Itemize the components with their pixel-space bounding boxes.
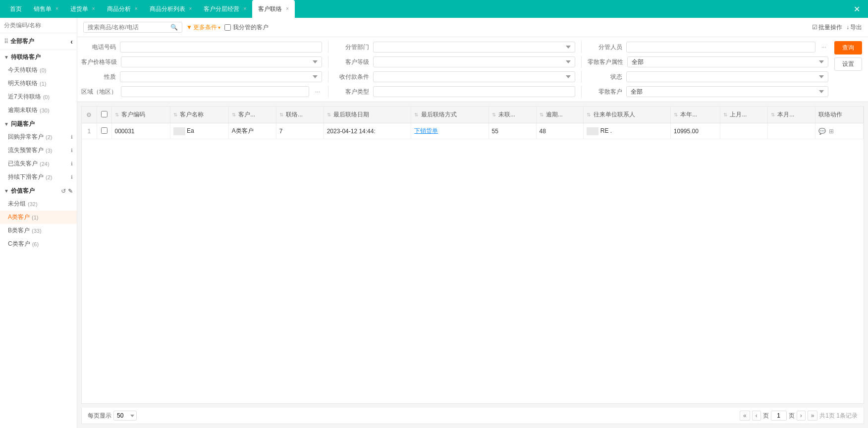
- chevron-down-icon: ▾: [218, 25, 220, 30]
- sidebar-item-today[interactable]: 今天待联络 (0): [0, 63, 77, 77]
- filter-manager: 分管人员 ···: [588, 42, 828, 53]
- value-section-edit[interactable]: ✎: [68, 188, 73, 195]
- main-search-input[interactable]: [88, 24, 168, 31]
- col-last-date-sort-icon: ⇅: [327, 112, 331, 117]
- region-input[interactable]: [121, 86, 309, 97]
- customer-type-input[interactable]: [373, 86, 575, 97]
- nav-tab-analysis-list[interactable]: 商品分析列表 ×: [144, 0, 198, 18]
- pending-toggle-icon: ▼: [4, 54, 9, 60]
- scatter-attr-select[interactable]: 全部: [627, 56, 828, 67]
- search-box: 🔍: [83, 22, 182, 33]
- my-customers-check[interactable]: [224, 24, 231, 31]
- collapse-sidebar-button[interactable]: ‹: [70, 38, 73, 46]
- chat-icon[interactable]: 💬: [818, 128, 826, 135]
- more-filters-button[interactable]: ▼ 更多条件 ▾: [186, 23, 220, 32]
- nav-tab-customer-tier[interactable]: 客户分层经营 ×: [198, 0, 252, 18]
- problem-toggle-icon: ▼: [4, 121, 9, 127]
- sidebar-item-unclassified[interactable]: 未分组 (32): [0, 197, 77, 211]
- sidebar-item-7days[interactable]: 近7天待联络 (0): [0, 90, 77, 104]
- customer-table-container: ⚙ ⇅ 客户编码 ⇅ 客户名称: [81, 106, 864, 404]
- settings-button[interactable]: 设置: [834, 57, 862, 71]
- nav-tab-purchase[interactable]: 进货单 ×: [64, 0, 101, 18]
- row-checkbox[interactable]: [101, 127, 108, 134]
- close-sales-tab[interactable]: ×: [55, 0, 58, 18]
- sidebar-section-pending[interactable]: ▼ 待联络客户: [0, 50, 77, 63]
- row-actions: 💬 ⊞: [815, 123, 863, 139]
- export-button[interactable]: ↓ 导出: [846, 23, 862, 32]
- sidebar-item-b-class[interactable]: B类客户 (33): [0, 224, 77, 237]
- app-root: 首页 销售单 × 进货单 × 商品分析 × 商品分析列表 × 客户分层经营 × …: [0, 0, 868, 428]
- sidebar-search-input[interactable]: [4, 22, 77, 29]
- region-dots[interactable]: ···: [313, 88, 322, 95]
- batch-op-button[interactable]: ☑ 批量操作: [812, 23, 842, 32]
- row-not-contacted: 55: [488, 123, 536, 139]
- sidebar-item-a-class[interactable]: A类客户 (1): [0, 211, 77, 224]
- pending-section-label: 待联络客户: [11, 53, 41, 61]
- sidebar-item-tomorrow[interactable]: 明天待联络 (1): [0, 77, 77, 90]
- nature-label: 性质: [81, 73, 116, 81]
- filter-customer-type: 客户类型: [334, 86, 575, 97]
- col-not-contacted: ⇅ 未联...: [488, 107, 536, 123]
- sidebar-item-declining[interactable]: 持续下滑客户 (2) ℹ: [0, 170, 77, 184]
- col-this-month-sort-icon: ⇅: [771, 112, 775, 117]
- my-customers-checkbox[interactable]: 我分管的客户: [224, 23, 269, 32]
- nav-tab-customer-contact[interactable]: 客户联络 ×: [252, 0, 295, 18]
- col-settings[interactable]: ⚙: [82, 107, 97, 123]
- close-analysis-list-tab[interactable]: ×: [189, 0, 192, 18]
- sidebar-item-churn-warning[interactable]: 流失预警客户 (3) ℹ: [0, 144, 77, 157]
- price-level-select[interactable]: [121, 56, 322, 67]
- row-checkbox-cell[interactable]: [97, 123, 111, 139]
- sidebar-item-abnormal[interactable]: 回购异常客户 (2) ℹ: [0, 130, 77, 144]
- scatter-customer-select[interactable]: 全部: [626, 86, 828, 97]
- settings-icon[interactable]: ⚙: [86, 111, 92, 118]
- first-page-button[interactable]: «: [740, 411, 750, 421]
- total-records: 共1页 1条记录: [819, 412, 858, 420]
- col-checkbox[interactable]: [97, 107, 111, 123]
- close-all-button[interactable]: ✕: [850, 4, 864, 14]
- select-all-checkbox[interactable]: [101, 111, 108, 117]
- close-customer-contact-tab[interactable]: ×: [286, 0, 289, 18]
- phone-input[interactable]: [120, 42, 322, 53]
- sidebar-section-problem[interactable]: ▼ 问题客户: [0, 117, 77, 130]
- info-icon-churned: ℹ: [71, 161, 73, 166]
- close-analysis-tab[interactable]: ×: [135, 0, 138, 18]
- query-button[interactable]: 查询: [834, 41, 862, 54]
- payment-select[interactable]: [373, 71, 575, 82]
- last-method-link[interactable]: 下销货单: [414, 127, 438, 134]
- search-icon[interactable]: 🔍: [170, 24, 178, 31]
- filter-phone: 电话号码: [81, 42, 322, 53]
- page-number-input[interactable]: [771, 411, 787, 421]
- nature-select[interactable]: [120, 71, 322, 82]
- col-this-year-sort-icon: ⇅: [674, 112, 678, 117]
- prev-page-button[interactable]: ‹: [752, 411, 761, 421]
- customer-level-select[interactable]: [373, 56, 575, 67]
- row-last-method[interactable]: 下销货单: [411, 123, 488, 139]
- table-footer: 每页显示 50 10 20 100 « ‹ 页 页 › »: [81, 408, 864, 424]
- page-size-select[interactable]: 50 10 20 100: [113, 411, 137, 421]
- sidebar-item-c-class[interactable]: C类客户 (6): [0, 237, 77, 251]
- sidebar-item-overdue[interactable]: 逾期未联络 (30): [0, 104, 77, 117]
- close-purchase-tab[interactable]: ×: [92, 0, 95, 18]
- manager-dots[interactable]: ···: [819, 44, 828, 51]
- nav-tab-home[interactable]: 首页: [4, 0, 28, 18]
- pagination-nav: « ‹ 页 页 › » 共1页 1条记录: [740, 411, 858, 421]
- nav-tab-sales[interactable]: 销售单 ×: [28, 0, 64, 18]
- dept-select[interactable]: [373, 42, 575, 53]
- filter-scatter-customer: 零散客户 全部: [588, 86, 828, 97]
- status-label: 状态: [588, 73, 622, 81]
- filter-action-buttons: 查询 设置: [832, 41, 868, 98]
- value-section-refresh[interactable]: ↺: [61, 188, 66, 195]
- col-unit-contact: ⇅ 往来单位联系人: [584, 107, 670, 123]
- nav-tab-analysis[interactable]: 商品分析 ×: [101, 0, 144, 18]
- sidebar-section-value[interactable]: ▼ 价值客户 ↺ ✎: [0, 184, 77, 197]
- status-select[interactable]: [626, 71, 828, 82]
- next-page-button[interactable]: ›: [797, 411, 806, 421]
- qr-icon[interactable]: ⊞: [829, 128, 834, 135]
- scatter-customer-label: 零散客户: [588, 88, 622, 96]
- col-name: ⇅ 客户名称: [170, 107, 228, 123]
- manager-input[interactable]: [626, 42, 815, 53]
- close-customer-tier-tab[interactable]: ×: [243, 0, 246, 18]
- sidebar-item-churned[interactable]: 已流失客户 (24) ℹ: [0, 157, 77, 170]
- row-unit-contact: RE .: [584, 123, 670, 139]
- last-page-button[interactable]: »: [808, 411, 818, 421]
